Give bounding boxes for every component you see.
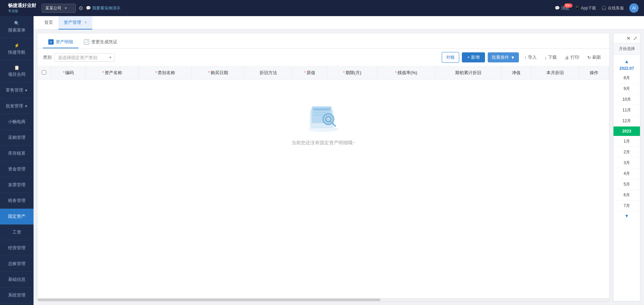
- app-edition: 专业版: [8, 9, 18, 13]
- demo-link[interactable]: 💬 我要看实例演示: [86, 5, 120, 11]
- sidebar-item-project-contract[interactable]: 📋 项目合同: [0, 60, 34, 83]
- select-all-checkbox[interactable]: [42, 70, 46, 74]
- sidebar-label-inventory: 库存核算: [8, 150, 25, 156]
- user-avatar[interactable]: Ai: [629, 3, 639, 13]
- app-download-label: App下载: [581, 5, 596, 11]
- settings-button[interactable]: ⚙: [78, 5, 83, 11]
- sidebar-item-fixed-assets[interactable]: 固定资产: [0, 209, 34, 224]
- empty-illustration: [303, 100, 343, 133]
- month-nav-up-icon[interactable]: ▲: [623, 58, 631, 65]
- year-2023-badge[interactable]: 2023: [613, 126, 640, 136]
- month-item-4[interactable]: 4月: [613, 168, 640, 179]
- sidebar-label-system: 系统管理: [8, 292, 25, 298]
- tab-asset-label: 资产管理: [64, 19, 81, 26]
- close-tab-icon[interactable]: ×: [85, 20, 87, 25]
- print-icon: 🖨: [565, 55, 569, 60]
- month-item-9[interactable]: 9月: [613, 84, 640, 94]
- sidebar-item-operations[interactable]: 经营管理: [0, 240, 34, 256]
- app-download-button[interactable]: 📱 App下载: [575, 5, 596, 11]
- tab-home[interactable]: 首页: [39, 16, 58, 30]
- col-depreciation-method: 折旧方法: [245, 66, 292, 80]
- sidebar-item-general-ledger[interactable]: 总账管理: [0, 256, 34, 272]
- month-panel-title: 月份选择: [619, 46, 635, 51]
- sidebar-item-fund[interactable]: 资金管理: [0, 161, 34, 177]
- col-original-value: *原值: [292, 66, 327, 80]
- month-item-8[interactable]: 8月: [613, 73, 640, 84]
- print-button[interactable]: 🖨 打印: [562, 52, 582, 62]
- sidebar-label-ecommerce: 小畅电商: [8, 119, 25, 125]
- sidebar-item-retail[interactable]: 零售管理 ▼: [0, 83, 34, 98]
- sidebar-item-purchase[interactable]: 采购管理: [0, 130, 34, 146]
- sub-tab-change-voucher[interactable]: 📄 变更生成凭证: [78, 36, 123, 48]
- chevron-down-icon: ▼: [64, 6, 67, 10]
- import-button[interactable]: ↑ 导入: [522, 52, 539, 62]
- col-period: *期限(月): [327, 66, 377, 80]
- month-item-7[interactable]: 7月: [613, 201, 640, 211]
- month-item-11[interactable]: 11月: [613, 105, 640, 116]
- month-item-5[interactable]: 5月: [613, 179, 640, 190]
- month-item-3[interactable]: 3月: [613, 158, 640, 168]
- sidebar-item-ecommerce[interactable]: 小畅电商: [0, 114, 34, 130]
- sidebar-item-quick-nav[interactable]: ⚡ 快捷导航: [0, 38, 34, 60]
- import-icon: ↑: [524, 55, 527, 60]
- asset-detail-icon: ≡: [48, 39, 54, 45]
- contract-icon: 📋: [14, 65, 19, 70]
- month-item-6[interactable]: 6月: [613, 190, 640, 201]
- refresh-label: 刷新: [592, 54, 601, 60]
- sidebar-item-search[interactable]: 🔍 搜索菜单: [0, 16, 34, 38]
- top-bar-right: 💬 消息 99+ 📱 App下载 🎧 在线客服 Ai: [555, 3, 639, 13]
- sidebar-item-tax[interactable]: 税务管理: [0, 193, 34, 209]
- add-new-button[interactable]: + 新增: [462, 52, 485, 62]
- company-selector[interactable]: 某某公司 ▼: [42, 4, 76, 13]
- sub-tab-change-voucher-label: 变更生成凭证: [91, 39, 117, 45]
- month-nav-down-button[interactable]: ▼: [613, 211, 640, 220]
- wholesale-arrow-icon: ▼: [24, 104, 28, 108]
- sidebar-label-wholesale: 批发管理: [6, 103, 23, 109]
- retail-arrow-icon: ▼: [24, 89, 28, 92]
- app-name: 畅捷通好业财: [8, 3, 36, 9]
- month-item-2[interactable]: 2月: [613, 147, 640, 158]
- online-service-button[interactable]: 🎧 在线客服: [601, 5, 624, 11]
- scrollbar-thumb[interactable]: [38, 299, 380, 301]
- sidebar-item-basic-info[interactable]: 基础信息: [0, 272, 34, 288]
- month-item-1[interactable]: 1月: [613, 136, 640, 147]
- col-residual-rate: *残值率(%): [377, 66, 435, 80]
- month-item-10[interactable]: 10月: [613, 94, 640, 105]
- category-select[interactable]: 选选择固定资产类别: [54, 53, 115, 62]
- message-button[interactable]: 💬 消息 99+: [555, 5, 569, 11]
- empty-state: 当前您还没有固定资产明细哦~: [38, 80, 609, 166]
- change-voucher-icon: 📄: [84, 39, 89, 45]
- expand-month-panel-button[interactable]: ⤢: [632, 35, 639, 42]
- year-2022-selector[interactable]: ▲ 2022.07: [613, 55, 640, 73]
- toolbar: 类别 选选择固定资产类别 对账 + 新增 批量操作 ▼: [38, 49, 609, 66]
- sidebar-item-payroll[interactable]: 工资: [0, 224, 34, 240]
- col-accumulated-depreciation: 期初累计折旧: [435, 66, 501, 80]
- sub-tab-asset-detail-label: 资产明细: [56, 39, 73, 45]
- message-badge: 99+: [564, 3, 573, 8]
- sidebar-item-invoice[interactable]: 发票管理: [0, 177, 34, 193]
- download-label: 下载: [548, 54, 557, 60]
- reconcile-button[interactable]: 对账: [442, 52, 459, 63]
- sidebar-item-wholesale[interactable]: 批发管理 ▼: [0, 98, 34, 114]
- data-table: *编码 *资产名称 *类别名称 *购买日期 折旧方法 *原值 *期限(月) *残…: [38, 66, 609, 80]
- sub-tab-asset-detail[interactable]: ≡ 资产明细: [43, 36, 78, 48]
- bottom-scrollbar[interactable]: [38, 298, 609, 301]
- search-icon: 🔍: [14, 21, 19, 26]
- sidebar-label-payroll: 工资: [12, 229, 21, 235]
- top-bar: 畅捷通好业财 专业版 某某公司 ▼ ⚙ 💬 我要看实例演示 💬 消息 99+ 📱…: [0, 0, 644, 16]
- sidebar-item-system[interactable]: 系统管理: [0, 288, 34, 303]
- sidebar-label-fixed-assets: 固定资产: [8, 213, 25, 219]
- month-item-12[interactable]: 12月: [613, 116, 640, 126]
- close-month-panel-button[interactable]: ✕: [625, 35, 632, 42]
- download-button[interactable]: ↓ 下载: [542, 52, 560, 62]
- month-panel: ✕ ⤢ 月份选择 ▲ 2022.07 8月 9月 10月 11月: [613, 34, 640, 301]
- sidebar-label-operations: 经营管理: [8, 245, 25, 251]
- sidebar-item-inventory[interactable]: 库存核算: [0, 146, 34, 161]
- service-icon: 🎧: [601, 6, 606, 10]
- tab-asset-management[interactable]: 资产管理 ×: [58, 16, 92, 30]
- batch-ops-button[interactable]: 批量操作 ▼: [488, 52, 519, 62]
- refresh-button[interactable]: ↻ 刷新: [585, 52, 604, 62]
- col-code: *编码: [51, 66, 86, 80]
- company-name: 某某公司: [45, 5, 61, 11]
- sub-tabs: ≡ 资产明细 📄 变更生成凭证: [38, 34, 609, 49]
